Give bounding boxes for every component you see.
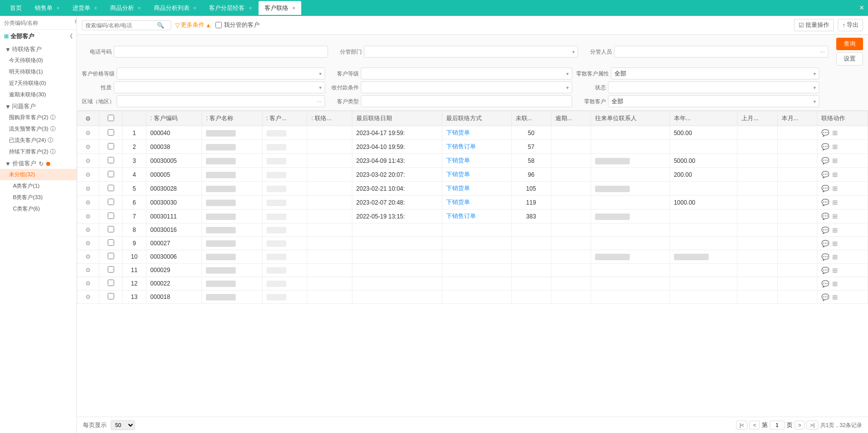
this-month-col-header[interactable]: 本月... [777,111,817,126]
checkbox-cell[interactable] [99,196,123,210]
row-checkbox[interactable] [108,157,114,163]
row-checkbox[interactable] [108,226,114,232]
first-page-button[interactable]: |< [736,421,747,430]
close-icon[interactable]: × [94,5,97,11]
last-contact-date-col-header[interactable]: 最后联络日期 [352,111,442,126]
checkbox-cell[interactable] [99,210,123,223]
chat-icon[interactable]: 💬 [821,143,829,150]
select-all-checkbox[interactable] [108,115,114,121]
row-settings-icon[interactable]: ⚙ [85,293,91,300]
sidebar-item-a-class[interactable]: A类客户(1) [0,180,76,192]
export-button[interactable]: ↑ 导出 [838,19,863,31]
dept-select[interactable]: ▾ [364,46,578,58]
customer-type-col-header[interactable]: : 客户... [262,111,307,126]
page-number-input[interactable] [770,421,785,430]
more-action-icon[interactable]: ⊞ [832,199,838,206]
manager-input[interactable]: ··· [614,46,828,58]
sidebar-item-7days[interactable]: 近7天待联络(0) [0,77,76,89]
batch-op-button[interactable]: ☑ 批量操作 [794,19,834,31]
next-page-button[interactable]: > [795,421,804,430]
close-icon[interactable]: × [138,5,141,11]
checkbox-cell[interactable] [99,154,123,168]
more-action-icon[interactable]: ⊞ [832,143,838,150]
row-settings-icon[interactable]: ⚙ [85,226,91,233]
nav-tab-customer-tier[interactable]: 客户分层经客 × [203,1,258,15]
chat-icon[interactable]: 💬 [821,293,829,301]
checkbox-cell[interactable] [99,140,123,154]
row-settings-icon[interactable]: ⚙ [85,185,91,192]
row-checkbox[interactable] [108,185,114,191]
checkbox-cell[interactable] [99,290,123,304]
sidebar-item-overdue[interactable]: 逾期未联络(30) [0,89,76,100]
row-checkbox[interactable] [108,199,114,205]
more-action-icon[interactable]: ⊞ [832,280,838,288]
chat-icon[interactable]: 💬 [821,157,829,164]
more-action-icon[interactable]: ⊞ [832,171,838,178]
phone-input[interactable] [114,46,328,58]
row-settings-icon[interactable]: ⚙ [85,171,91,178]
unit-contact-col-header[interactable]: 往来单位联系人 [591,111,669,126]
more-action-icon[interactable]: ⊞ [832,240,838,247]
row-checkbox[interactable] [108,213,114,219]
settings-col-header[interactable]: ⚙ [77,111,99,126]
sidebar-item-today[interactable]: 今天待联络(0) [0,55,76,66]
overdue-col-header[interactable]: 逾期... [551,111,591,126]
sidebar-all-customers[interactable]: ⊞ 全部客户 《 [0,30,76,43]
reset-button[interactable]: 设置 [836,52,863,66]
settings-icon[interactable]: ⚙ [85,115,91,122]
sidebar-item-b-class[interactable]: B类客户(33) [0,192,76,203]
contact-col-header[interactable]: : 联络... [307,111,352,126]
row-checkbox[interactable] [108,280,114,286]
not-contacted-col-header[interactable]: 未联... [511,111,551,126]
chat-icon[interactable]: 💬 [821,226,829,234]
nature-select[interactable]: ▾ [114,81,325,93]
last-page-button[interactable]: >| [806,421,818,430]
checkbox-col-header[interactable] [99,111,123,126]
more-conditions-button[interactable]: ▽ 更多条件 ▲ [175,21,211,29]
chat-icon[interactable]: 💬 [821,267,829,274]
status-select[interactable]: ▾ [608,81,819,93]
sidebar-item-lost[interactable]: 已流失客户(24) ⓘ [0,135,76,146]
chat-icon[interactable]: 💬 [821,240,829,247]
row-settings-icon[interactable]: ⚙ [85,213,91,220]
checkbox-cell[interactable] [99,237,123,250]
row-settings-icon[interactable]: ⚙ [85,240,91,247]
row-settings-icon[interactable]: ⚙ [85,280,91,287]
my-customers-check[interactable] [215,22,222,28]
refresh-icon[interactable]: ↻ [39,160,44,167]
my-customers-checkbox[interactable]: 我分管的客户 [215,21,260,29]
name-col-header[interactable]: : 客户名称 [202,111,262,126]
more-action-icon[interactable]: ⊞ [832,293,838,301]
sidebar-item-declining[interactable]: 持续下滑客户(2) ⓘ [0,146,76,157]
chat-icon[interactable]: 💬 [821,129,829,137]
checkbox-cell[interactable] [99,168,123,182]
nav-home[interactable]: 首页 [4,1,28,15]
last-month-col-header[interactable]: 上月... [737,111,777,126]
chat-icon[interactable]: 💬 [821,213,829,220]
region-input[interactable]: ··· [117,95,325,107]
close-icon[interactable]: × [292,5,295,11]
collapse-icon[interactable]: 《 [67,33,72,40]
close-all-button[interactable]: × [860,3,864,12]
chat-icon[interactable]: 💬 [821,280,829,288]
last-contact-method-col-header[interactable]: 最后联络方式 [442,111,511,126]
more-action-icon[interactable]: ⊞ [832,267,838,274]
row-checkbox[interactable] [108,266,114,273]
chat-icon[interactable]: 💬 [821,199,829,206]
chat-icon[interactable]: 💬 [821,171,829,178]
row-checkbox[interactable] [108,293,114,299]
customer-type-input[interactable] [361,95,572,107]
checkbox-cell[interactable] [99,277,123,290]
more-action-icon[interactable]: ⊞ [832,253,838,261]
close-icon[interactable]: × [57,5,60,11]
sidebar-search-input[interactable] [4,20,72,26]
chat-icon[interactable]: 💬 [821,253,829,261]
sidebar-item-warning[interactable]: 流失预警客户(3) ⓘ [0,123,76,135]
more-action-icon[interactable]: ⊞ [832,129,838,137]
checkbox-cell[interactable] [99,264,123,277]
customer-level-select[interactable]: ▾ [361,68,572,79]
nav-tab-analysis-list[interactable]: 商品分析列表 × [148,1,202,15]
payment-select[interactable]: ▾ [361,81,572,93]
per-page-select[interactable]: 50 100 200 [111,420,135,430]
close-icon[interactable]: × [249,5,252,11]
